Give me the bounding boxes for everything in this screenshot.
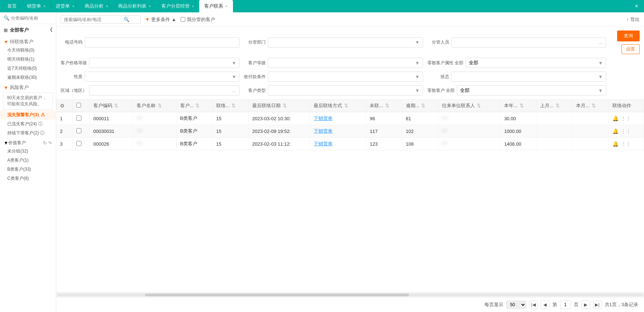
person-select[interactable]: … bbox=[451, 37, 606, 48]
tab-customer-tier-close[interactable]: × bbox=[192, 4, 194, 8]
col-name[interactable]: 客户名称 ⇅ bbox=[133, 100, 176, 112]
phone-input[interactable] bbox=[85, 37, 240, 48]
customer-level-select[interactable]: ▼ bbox=[268, 58, 423, 68]
table-row: 2 00030031 *** B类客户 15 2023-02-09 19:52:… bbox=[56, 125, 644, 138]
select-all-checkbox[interactable] bbox=[76, 103, 81, 108]
sort-icon-method: ⇅ bbox=[344, 103, 348, 108]
cell-last-method[interactable]: 下销货单 bbox=[310, 138, 366, 150]
col-settings[interactable]: ⚙ bbox=[56, 100, 73, 112]
export-button[interactable]: ↑ 导出 bbox=[627, 16, 640, 23]
sort-icon-name: ⇅ bbox=[158, 103, 162, 108]
col-not-contacted[interactable]: 未联... ⇅ bbox=[366, 100, 402, 112]
next-page-btn[interactable]: ▶ bbox=[581, 300, 590, 309]
row-checkbox[interactable] bbox=[76, 116, 81, 121]
row-checkbox[interactable] bbox=[76, 128, 81, 133]
nature-select[interactable]: ▼ bbox=[85, 72, 240, 82]
edit-icon[interactable]: ✎ bbox=[48, 140, 52, 146]
tab-customer-contact-close[interactable]: × bbox=[225, 4, 228, 8]
sidebar-item-churned[interactable]: 已流失客户(24) ⓘ bbox=[0, 119, 56, 129]
sidebar-item-7days[interactable]: 近7天待联络(0) bbox=[0, 64, 56, 73]
sidebar-item-class-b[interactable]: B类客户(33) bbox=[0, 165, 56, 174]
more-actions-icon[interactable]: ⋮⋮ bbox=[621, 141, 631, 147]
horizontal-scrollbar[interactable] bbox=[56, 292, 644, 297]
sidebar-item-tomorrow[interactable]: 明天待联络(1) bbox=[0, 55, 56, 64]
cell-last-method[interactable]: 下销货单 bbox=[310, 125, 366, 138]
collapse-icon: 《 bbox=[48, 27, 52, 33]
window-close-button[interactable]: × bbox=[631, 3, 642, 9]
all-customers-header[interactable]: ⊞ 全部客户 《 bbox=[0, 24, 56, 36]
col-last-date[interactable]: 最后联络日期 ⇅ bbox=[248, 100, 310, 112]
payment-select[interactable]: ▼ bbox=[268, 72, 423, 82]
sidebar-search-input[interactable] bbox=[11, 16, 52, 21]
contact-icon[interactable]: 🔔 bbox=[612, 141, 619, 147]
scrollbar-thumb[interactable] bbox=[145, 293, 409, 296]
dept-select[interactable]: ▼ bbox=[268, 37, 423, 48]
tab-sales-close[interactable]: × bbox=[43, 4, 45, 8]
refresh-icon[interactable]: ↻ bbox=[43, 140, 47, 146]
tab-product-list[interactable]: 商品分析列表 × bbox=[113, 0, 156, 12]
retail-attr-select[interactable]: 全部 ▼ bbox=[466, 58, 606, 68]
sidebar-item-declining[interactable]: 持续下滑客户(2) ⓘ bbox=[0, 129, 56, 138]
tab-sales[interactable]: 销货单 × bbox=[22, 0, 51, 12]
cell-check[interactable] bbox=[73, 112, 90, 125]
tab-product-analysis-close[interactable]: × bbox=[106, 4, 108, 8]
filter-phone: 电话号码 bbox=[61, 37, 240, 48]
sidebar-item-churn-warning[interactable]: 流失预警客户(3) ⚠ bbox=[0, 110, 56, 119]
cell-check[interactable] bbox=[73, 125, 90, 138]
page-number-input[interactable] bbox=[560, 300, 571, 309]
customer-type-select[interactable]: ▼ bbox=[268, 85, 423, 96]
col-last-method[interactable]: 最后联络方式 ⇅ bbox=[310, 100, 366, 112]
col-last-month[interactable]: 上月... ⇅ bbox=[536, 100, 572, 112]
per-page-select[interactable]: 50 20 100 bbox=[506, 301, 526, 309]
retail-customer-select[interactable]: 全部 ▼ bbox=[457, 85, 606, 96]
my-customers-checkbox-wrap[interactable]: 我分管的客户 bbox=[181, 16, 215, 23]
search-input[interactable] bbox=[64, 17, 122, 22]
sidebar-item-unclassified[interactable]: 未分组(32) bbox=[0, 147, 56, 156]
cell-check[interactable] bbox=[73, 138, 90, 150]
price-level-select[interactable]: ▼ bbox=[89, 58, 240, 68]
tab-purchase[interactable]: 进货单 × bbox=[51, 0, 79, 12]
tab-purchase-close[interactable]: × bbox=[72, 4, 74, 8]
col-this-year[interactable]: 本年... ⇅ bbox=[500, 100, 536, 112]
col-overdue[interactable]: 逾期... ⇅ bbox=[402, 100, 438, 112]
cell-last-method[interactable]: 下销货单 bbox=[310, 112, 366, 125]
contact-icon[interactable]: 🔔 bbox=[612, 128, 619, 134]
filter-customer-level: 客户等级 ▼ bbox=[244, 58, 423, 68]
more-actions-icon[interactable]: ⋮⋮ bbox=[621, 128, 631, 134]
first-page-btn[interactable]: |◀ bbox=[529, 300, 538, 309]
cell-not-contacted: 117 bbox=[366, 125, 402, 138]
last-page-btn[interactable]: ▶| bbox=[593, 300, 602, 309]
col-unit-contact[interactable]: 往来单位联系人 ⇅ bbox=[438, 100, 500, 112]
contact-icon[interactable]: 🔔 bbox=[612, 116, 619, 121]
row-checkbox[interactable] bbox=[76, 141, 81, 146]
region-select[interactable]: … bbox=[89, 85, 240, 96]
sidebar-item-today[interactable]: 今天待联络(0) bbox=[0, 46, 56, 55]
tab-customer-contact[interactable]: 客户联系 × bbox=[199, 0, 233, 12]
tab-home[interactable]: 首页 bbox=[2, 0, 22, 12]
tab-sales-label: 销货单 bbox=[27, 3, 41, 9]
prev-page-btn[interactable]: ◀ bbox=[541, 300, 550, 309]
query-button[interactable]: 查询 bbox=[617, 31, 640, 41]
col-type[interactable]: 客户... ⇅ bbox=[176, 100, 212, 112]
sidebar-item-class-c[interactable]: C类客户(6) bbox=[0, 174, 56, 183]
my-customers-checkbox[interactable] bbox=[181, 17, 185, 22]
cell-contact: 15 bbox=[212, 112, 248, 125]
gear-icon[interactable]: ⚙ bbox=[60, 103, 65, 109]
tab-customer-tier[interactable]: 客户分层经营 × bbox=[156, 0, 199, 12]
tab-product-analysis[interactable]: 商品分析 × bbox=[80, 0, 113, 12]
col-code[interactable]: 客户编码 ⇅ bbox=[89, 100, 133, 112]
settings-button[interactable]: 设置 bbox=[621, 44, 640, 54]
search-submit-icon[interactable]: 🔍 bbox=[124, 17, 129, 22]
tab-product-list-close[interactable]: × bbox=[149, 4, 151, 8]
sidebar-item-overdue[interactable]: 逾期未联络(30) bbox=[0, 73, 56, 82]
sidebar-item-class-a[interactable]: A类客户(1) bbox=[0, 156, 56, 165]
col-this-month[interactable]: 本月... ⇅ bbox=[572, 100, 608, 112]
nature-arrow: ▼ bbox=[232, 74, 236, 80]
filter-status: 状态 ▼ bbox=[427, 72, 606, 82]
more-conditions-btn[interactable]: ▼ 更多条件 ▲ bbox=[145, 16, 176, 23]
col-contact-count[interactable]: 联络... ⇅ bbox=[212, 100, 248, 112]
col-check[interactable] bbox=[73, 100, 90, 112]
cell-this-year: 1408.00 bbox=[500, 138, 536, 150]
more-actions-icon[interactable]: ⋮⋮ bbox=[621, 116, 631, 121]
status-select[interactable]: ▼ bbox=[451, 72, 606, 82]
